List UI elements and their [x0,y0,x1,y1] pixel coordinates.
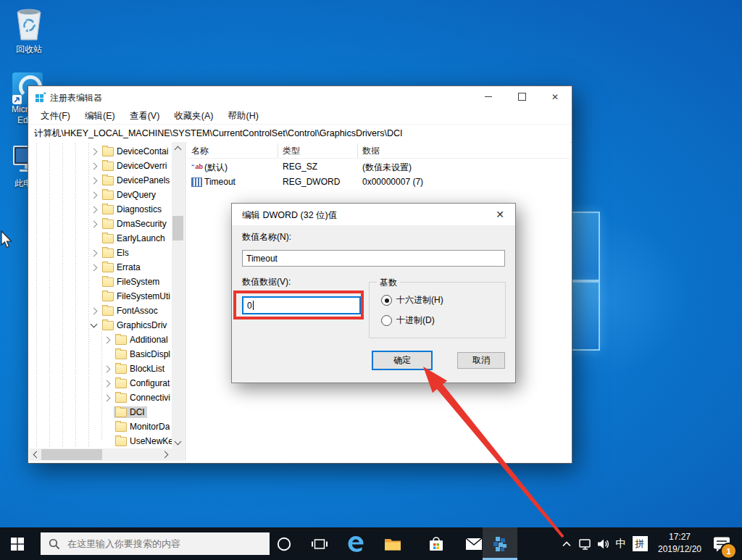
vertical-scroll-thumb[interactable] [172,216,183,241]
cancel-button-label: 取消 [472,354,490,367]
tree-vertical-scrollbar[interactable] [172,142,184,448]
search-icon [49,538,60,550]
cortana-button[interactable] [267,527,301,560]
menu-item[interactable]: 文件(F) [33,107,78,122]
tree-item-DCI[interactable]: DCI [29,405,184,419]
chevron-collapsed-icon[interactable] [90,191,97,198]
value-row-Timeout[interactable]: TimeoutREG_DWORD0x00000007 (7) [187,175,570,190]
chevron-collapsed-icon[interactable] [90,177,97,184]
column-header-name[interactable]: 名称 [191,145,209,157]
horizontal-scroll-thumb[interactable] [41,449,102,460]
wallpaper-logo-pane-bottom [570,281,600,351]
chevron-collapsed-icon[interactable] [90,307,97,314]
tray-ime-mode[interactable]: 拼 [630,527,650,560]
tray-clock[interactable]: 17:27 2019/12/20 [651,531,709,556]
search-input[interactable] [66,538,243,550]
chevron-collapsed-icon[interactable] [90,148,97,155]
tree-item-FileSystem[interactable]: FileSystem [29,275,184,289]
tree-item-Errata[interactable]: Errata [29,260,184,275]
menu-item[interactable]: 帮助(H) [220,107,265,122]
taskbar-store-button[interactable] [419,527,454,560]
window-titlebar[interactable]: 注册表编辑器 ✕ [28,86,572,107]
tree-item-label: Diagnostics [117,204,162,214]
chevron-collapsed-icon[interactable] [103,394,110,401]
tree-item-Diagnostics[interactable]: Diagnostics [29,202,184,217]
windows-logo-icon [11,538,24,551]
radio-hexadecimal[interactable]: 十六进制(H) [381,294,443,306]
tree-item-label: DeviceContai [117,146,168,156]
taskbar-edge-button[interactable] [338,527,373,560]
tray-network-button[interactable] [575,527,596,560]
ok-button[interactable]: 确定 [372,351,433,370]
folder-icon [102,248,114,258]
minimize-button[interactable] [472,86,505,107]
tree-item-Els[interactable]: Els [29,246,184,260]
tree-item-Configurat[interactable]: Configurat [29,376,184,390]
taskbar-search-box[interactable] [41,532,270,555]
minimize-icon [485,96,492,97]
chevron-collapsed-icon[interactable] [90,264,97,271]
clock-time: 17:27 [651,531,709,543]
close-button[interactable]: ✕ [538,86,572,107]
tree-item-DeviceContai[interactable]: DeviceContai [29,144,184,159]
ok-button-label: 确定 [393,354,411,367]
clock-date: 2019/12/20 [651,543,709,556]
radio-decimal[interactable]: 十进制(D) [381,314,435,327]
microsoft-store-icon [427,535,446,553]
tree-item-FileSystemUti[interactable]: FileSystemUti [29,289,184,304]
column-header-type[interactable]: 类型 [283,145,300,157]
cancel-button[interactable]: 取消 [457,352,505,369]
chevron-collapsed-icon[interactable] [103,380,110,387]
chevron-collapsed-icon[interactable] [90,220,97,227]
value-row-(默认)[interactable]: ab(默认)REG_SZ(数值未设置) [187,159,570,175]
value-name-field[interactable]: Timeout [242,250,505,267]
tree-item-DevQuery[interactable]: DevQuery [29,188,184,202]
tray-show-hidden-icons[interactable] [556,527,577,560]
window-title: 注册表编辑器 [50,92,102,104]
dialog-close-icon[interactable]: ✕ [493,209,507,220]
tree-item-MonitorDa[interactable]: MonitorDa [29,419,184,434]
start-button[interactable] [0,527,35,560]
tray-volume-button[interactable] [593,527,614,560]
menu-item[interactable]: 查看(V) [122,107,167,122]
folder-icon [115,379,127,388]
tree-item-Additional[interactable]: Additional [29,333,184,347]
menu-item[interactable]: 收藏夹(A) [167,107,220,122]
chevron-expanded-icon[interactable] [90,321,97,328]
task-view-button[interactable] [302,527,337,560]
maximize-button[interactable] [505,86,538,107]
tree-item-label: FileSystemUti [117,291,170,301]
chevron-collapsed-icon[interactable] [90,162,97,170]
desktop-icon-recycle-bin[interactable]: 回收站 [10,4,48,55]
annotation-highlight-rectangle [233,291,364,319]
tree-item-DevicePanels[interactable]: DevicePanels [29,173,184,188]
radio-unselected-icon [381,315,392,326]
tree-item-EarlyLaunch[interactable]: EarlyLaunch [29,231,184,246]
pane-splitter[interactable] [185,142,186,461]
tree-item-UseNewKe[interactable]: UseNewKe [29,434,184,448]
chevron-collapsed-icon[interactable] [90,249,97,256]
tree-horizontal-scrollbar[interactable] [29,448,184,461]
column-header-data[interactable]: 数据 [362,145,380,157]
folder-icon [102,176,114,185]
tree-item-BasicDispl[interactable]: BasicDispl [29,347,184,362]
taskbar-regedit-button[interactable] [483,527,517,560]
tray-ime-language[interactable]: 中 [612,527,630,560]
menu-item[interactable]: 编辑(E) [78,107,122,122]
tree-item-label: Els [117,248,129,258]
tree-item-DeviceOverri[interactable]: DeviceOverri [29,159,184,173]
tree-item-DmaSecurity[interactable]: DmaSecurity [29,217,184,231]
chevron-collapsed-icon[interactable] [103,365,110,372]
tree-item-Connectivi[interactable]: Connectivi [29,390,184,405]
dialog-titlebar[interactable]: 编辑 DWORD (32 位)值 ✕ [232,204,515,225]
chevron-collapsed-icon[interactable] [90,206,97,213]
chevron-up-icon [561,538,572,550]
dialog-title: 编辑 DWORD (32 位)值 [242,209,337,222]
tree-item-FontAssoc[interactable]: FontAssoc [29,304,184,318]
tree-item-BlockList[interactable]: BlockList [29,362,184,376]
taskbar-file-explorer-button[interactable] [375,527,410,560]
base-group-label: 基数 [377,277,400,289]
tree-item-GraphicsDriv[interactable]: GraphicsDriv [29,318,184,333]
chevron-collapsed-icon[interactable] [103,336,110,343]
address-bar[interactable]: 计算机\HKEY_LOCAL_MACHINE\SYSTEM\CurrentCon… [28,124,572,143]
